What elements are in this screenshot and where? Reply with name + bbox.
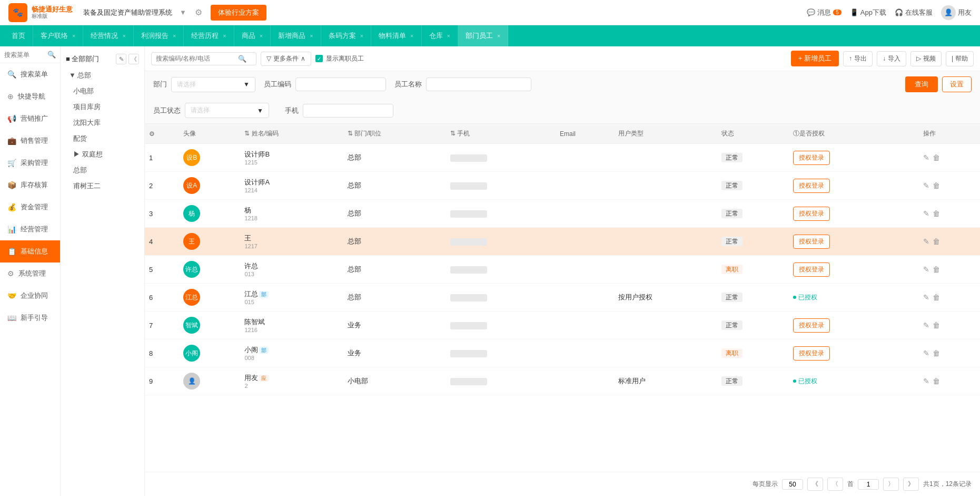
sidebar-item-新手引导[interactable]: 📖新手引导 (0, 307, 60, 329)
nav-tab-新增商品[interactable]: 新增商品× (271, 25, 321, 46)
auth-login-button[interactable]: 授权登录 (793, 235, 830, 249)
edit-button[interactable]: ✎ (923, 209, 929, 218)
first-page-button[interactable]: 《 (807, 478, 823, 491)
edit-button[interactable]: ✎ (923, 237, 929, 246)
tab-close-icon[interactable]: × (223, 33, 226, 39)
sidebar-item-系统管理[interactable]: ⚙系统管理 (0, 262, 60, 285)
nav-tab-客户联络[interactable]: 客户联络× (33, 25, 83, 46)
set-button[interactable]: 设置 (942, 76, 972, 92)
nav-tab-条码方案[interactable]: 条码方案× (321, 25, 371, 46)
tab-close-icon[interactable]: × (447, 33, 450, 39)
edit-button[interactable]: ✎ (923, 153, 929, 162)
delete-button[interactable]: 🗑 (933, 209, 940, 218)
sidebar-item-经营管理[interactable]: 📊经营管理 (0, 218, 60, 240)
sidebar-item-销售管理[interactable]: 💼销售管理 (0, 130, 60, 152)
tab-close-icon[interactable]: × (260, 33, 263, 39)
edit-button[interactable]: ✎ (923, 293, 929, 302)
delete-button[interactable]: 🗑 (933, 377, 940, 385)
phone-filter-input[interactable] (303, 104, 393, 118)
message-button[interactable]: 💬 消息 5 (807, 8, 842, 17)
prev-page-button[interactable]: 〈 (827, 478, 843, 491)
sys-dropdown-icon[interactable]: ▼ (180, 8, 186, 16)
cell-auth[interactable]: 授权登录 (789, 228, 898, 256)
cell-auth[interactable]: 授权登录 (789, 200, 898, 228)
nav-tab-部门员工[interactable]: 部门员工× (458, 25, 508, 46)
sidebar-item-资金管理[interactable]: 💰资金管理 (0, 196, 60, 218)
search-menu-icon[interactable]: 🔍 (47, 51, 56, 59)
tab-close-icon[interactable]: × (497, 33, 500, 39)
sidebar-item-采购管理[interactable]: 🛒采购管理 (0, 152, 60, 174)
tree-item-shuangting[interactable]: ▶ 双庭想 (61, 147, 144, 162)
help-button[interactable]: | 帮助 (946, 51, 974, 66)
delete-button[interactable]: 🗑 (933, 237, 940, 246)
next-page-button[interactable]: 〉 (883, 478, 899, 491)
auth-login-button[interactable]: 授权登录 (793, 318, 830, 333)
add-employee-button[interactable]: + 新增员工 (791, 51, 839, 66)
col-phone[interactable]: ⇅ 手机 (446, 124, 556, 144)
nav-tab-利润报告[interactable]: 利润报告× (134, 25, 184, 46)
search-button[interactable]: 查询 (905, 76, 938, 92)
delete-button[interactable]: 🗑 (933, 321, 940, 329)
delete-button[interactable]: 🗑 (933, 265, 940, 274)
tab-close-icon[interactable]: × (410, 33, 413, 39)
nav-tab-物料清单[interactable]: 物料清单× (371, 25, 421, 46)
last-page-button[interactable]: 》 (903, 478, 919, 491)
edit-button[interactable]: ✎ (923, 181, 929, 190)
more-filter-button[interactable]: ▽ 更多条件 ∧ (261, 52, 311, 66)
delete-button[interactable]: 🗑 (933, 349, 940, 357)
dept-tree-collapse-icon[interactable]: 《 (128, 54, 139, 64)
cell-auth[interactable]: 授权登录 (789, 144, 898, 172)
nav-tab-经营历程[interactable]: 经营历程× (184, 25, 234, 46)
delete-button[interactable]: 🗑 (933, 181, 940, 190)
sidebar-item-库存核算[interactable]: 📦库存核算 (0, 174, 60, 196)
tab-close-icon[interactable]: × (310, 33, 313, 39)
cell-auth[interactable]: 授权登录 (789, 256, 898, 284)
trial-button[interactable]: 体验行业方案 (211, 5, 266, 21)
user-profile-button[interactable]: 👤 用友 (941, 5, 972, 20)
tree-item-shenyang[interactable]: 沈阳大库 (61, 115, 144, 131)
emp-code-input[interactable] (295, 77, 386, 91)
page-number-input[interactable] (858, 479, 879, 490)
search-input[interactable] (156, 55, 235, 62)
edit-button[interactable]: ✎ (923, 321, 929, 329)
show-resigned-toggle[interactable]: ✓ 显示离职员工 (315, 54, 364, 63)
cell-auth[interactable]: 已授权 (789, 367, 898, 395)
emp-name-input[interactable] (426, 77, 531, 91)
col-name-code[interactable]: ⇅ 姓名/编码 (240, 124, 343, 144)
view-button[interactable]: ▷ 视频 (910, 51, 942, 66)
tree-item-pushu[interactable]: 甫树王二 (61, 178, 144, 194)
sidebar-item-基础信息[interactable]: 📋基础信息 (0, 240, 60, 262)
tab-close-icon[interactable]: × (173, 33, 176, 39)
import-button[interactable]: ↓ 导入 (877, 51, 906, 66)
auth-login-button[interactable]: 授权登录 (793, 207, 830, 221)
emp-status-select[interactable]: 请选择 ▼ (185, 103, 269, 118)
app-download-button[interactable]: 📱 App下载 (850, 8, 886, 17)
nav-tab-仓库[interactable]: 仓库× (422, 25, 458, 46)
gear-button[interactable]: ⚙ (193, 5, 204, 20)
edit-button[interactable]: ✎ (923, 377, 929, 385)
tree-item-xiangmu[interactable]: 项目库房 (61, 99, 144, 115)
sidebar-item-快捷导航[interactable]: ⊕快捷导航 (0, 85, 60, 108)
auth-login-button[interactable]: 授权登录 (793, 179, 830, 193)
tree-item-peihuo[interactable]: 配货 (61, 131, 144, 147)
edit-button[interactable]: ✎ (923, 265, 929, 274)
cell-auth[interactable]: 授权登录 (789, 339, 898, 367)
sidebar-item-企业协同[interactable]: 🤝企业协同 (0, 285, 60, 307)
search-icon[interactable]: 🔍 (238, 55, 246, 63)
search-menu-input[interactable] (4, 51, 47, 59)
cell-auth[interactable]: 授权登录 (789, 172, 898, 200)
cell-auth[interactable]: 授权登录 (789, 312, 898, 339)
export-button[interactable]: ↑ 导出 (843, 51, 873, 66)
tab-close-icon[interactable]: × (72, 33, 75, 39)
delete-button[interactable]: 🗑 (933, 153, 940, 162)
edit-button[interactable]: ✎ (923, 349, 929, 357)
tree-item-zongbu[interactable]: 总部 (61, 162, 144, 178)
show-resigned-checkbox[interactable]: ✓ (315, 55, 323, 62)
nav-tab-经营情况[interactable]: 经营情况× (83, 25, 133, 46)
tab-close-icon[interactable]: × (122, 33, 125, 39)
delete-button[interactable]: 🗑 (933, 293, 940, 302)
auth-login-button[interactable]: 授权登录 (793, 262, 830, 277)
per-page-input[interactable] (782, 479, 803, 490)
sidebar-item-搜索菜单[interactable]: 🔍搜索菜单 (0, 63, 60, 85)
dept-tree-edit-icon[interactable]: ✎ (116, 54, 126, 64)
